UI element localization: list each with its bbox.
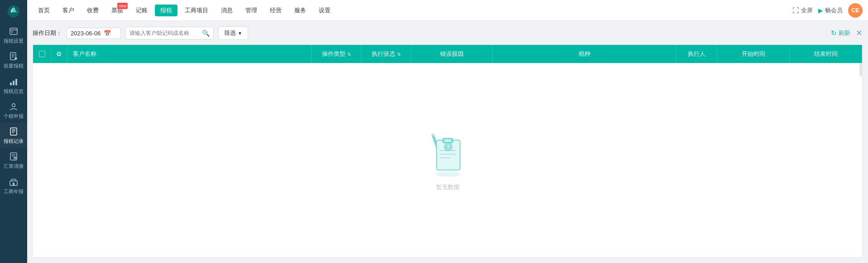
th-checkbox[interactable] [33,45,51,63]
member-btn[interactable]: ▶ 畅会员 [818,6,843,15]
th-tax-type: 税种 [493,45,676,63]
sidebar-item-gongshang-nianbao[interactable]: 工商年报 [0,173,27,198]
avatar[interactable]: CE [848,3,863,18]
nav-item-baoshui[interactable]: 报税 [155,5,177,16]
sidebar-item-piliang-baoshui[interactable]: 批量报税 [0,48,27,73]
baoshui-jilu-icon [9,127,19,136]
svg-text:!: ! [447,143,449,150]
member-label: 畅会员 [825,6,843,15]
table-header: ⚙ 客户名称 操作类型 ⇅ 执行状态 ⇅ 错误股因 [33,45,862,63]
nav-item-piaoju[interactable]: 票据 new [106,5,129,16]
content-area: 操作日期： 2023-06-06 📅 🔍 筛选 ▼ ↻ 刷新 [27,21,868,263]
table-container: ⚙ 客户名称 操作类型 ⇅ 执行状态 ⇅ 错误股因 [33,44,863,258]
main-area: 首页 客户 收费 票据 new 记账 报税 工商项目 消息 管理 经营 服务 设… [27,0,868,263]
nav-item-jizhang[interactable]: 记账 [130,5,153,16]
new-badge: new [117,3,128,9]
svg-rect-3 [11,31,13,33]
refresh-button[interactable]: ↻ 刷新 [831,29,850,37]
sidebar-item-huisuan-jiaona[interactable]: 汇算清缴 [0,148,27,173]
empty-text: 暂无数据 [436,183,460,191]
baoshui-zonglang-icon [9,77,19,87]
nav-right: ⛶ 全屏 ▶ 畅会员 CE [792,3,863,18]
svg-rect-11 [10,83,12,85]
svg-point-27 [435,171,460,177]
th-gear[interactable]: ⚙ [51,45,67,63]
calendar-icon: 📅 [104,30,111,37]
sidebar-label-baoshui-jilu: 报税记录 [4,138,24,144]
nav-items: 首页 客户 收费 票据 new 记账 报税 工商项目 消息 管理 经营 服务 设… [33,5,792,16]
empty-state: ! 暂无数据 [418,120,477,200]
chevron-down-icon: ▼ [238,31,242,36]
th-status[interactable]: 执行状态 ⇅ [361,45,411,63]
sidebar-label-baoshui-shezhi: 报税设置 [4,38,24,44]
svg-rect-15 [10,128,17,135]
nav-item-customer[interactable]: 客户 [57,5,80,16]
nav-item-xiaoxi[interactable]: 消息 [216,5,238,16]
nav-item-gongshang[interactable]: 工商项目 [179,5,214,16]
geshui-shenbao-icon [9,102,19,112]
svg-rect-26 [13,183,14,185]
table-body: ! 暂无数据 [33,63,862,257]
th-start-time: 开始时间 [717,45,790,63]
toolbar-right: ↻ 刷新 ✕ [831,29,863,37]
svg-rect-12 [13,81,14,85]
scroll-bar[interactable] [859,63,862,77]
sidebar-item-baoshui-jilu[interactable]: 报税记录 [0,123,27,148]
fullscreen-label: 全屏 [801,6,813,15]
toolbar: 操作日期： 2023-06-06 📅 🔍 筛选 ▼ ↻ 刷新 [33,26,863,40]
svg-rect-19 [10,153,17,160]
search-input[interactable] [126,28,198,39]
sidebar: 报税设置 批量报税 报税总览 [0,0,27,263]
svg-rect-13 [15,79,17,85]
search-button[interactable]: 🔍 [198,27,213,39]
filter-button[interactable]: 筛选 ▼ [218,26,248,40]
sidebar-label-baoshui-zonglang: 报税总览 [4,88,24,94]
sidebar-label-piliang-baoshui: 批量报税 [4,63,24,69]
th-name: 客户名称 [67,45,312,63]
nav-item-shezhi[interactable]: 设置 [313,5,336,16]
member-icon: ▶ [818,7,823,14]
gear-icon: ⚙ [56,50,62,58]
top-nav: 首页 客户 收费 票据 new 记账 报税 工商项目 消息 管理 经营 服务 设… [27,0,868,21]
date-input[interactable]: 2023-06-06 📅 [67,28,121,39]
svg-rect-1 [10,28,17,34]
date-label: 操作日期： [33,29,62,37]
nav-item-home[interactable]: 首页 [33,5,55,16]
date-value: 2023-06-06 [71,30,101,37]
huisuan-jiaona-icon [9,151,19,161]
refresh-icon: ↻ [831,29,837,37]
nav-item-guanli[interactable]: 管理 [240,5,263,16]
sidebar-label-gongshang-nianbao: 工商年报 [4,188,24,195]
nav-item-shoufei[interactable]: 收费 [82,5,104,16]
th-error: 错误股因 [411,45,493,63]
filter-label: 筛选 [224,29,236,37]
svg-rect-33 [444,139,451,142]
th-executor: 执行人 [676,45,717,63]
refresh-label: 刷新 [839,29,850,37]
baoshui-shezhi-icon [9,26,19,36]
fullscreen-icon: ⛶ [792,6,799,14]
nav-item-jingying[interactable]: 经营 [264,5,287,16]
close-button[interactable]: ✕ [856,29,863,37]
header-checkbox[interactable] [39,51,45,57]
sort-icon-status: ⇅ [397,52,401,57]
nav-item-fuwu[interactable]: 服务 [289,5,312,16]
sidebar-item-baoshui-zonglang[interactable]: 报税总览 [0,73,27,98]
th-end-time: 结束时间 [790,45,862,63]
search-box: 🔍 [125,27,214,39]
fullscreen-btn[interactable]: ⛶ 全屏 [792,6,813,15]
app-logo [0,0,27,23]
sort-icon-op: ⇅ [347,52,351,57]
sidebar-label-geshui-shenbao: 个税申报 [4,113,24,119]
sidebar-item-geshui-shenbao[interactable]: 个税申报 [0,98,27,123]
gongshang-nianbao-icon [9,177,19,187]
content-main: 操作日期： 2023-06-06 📅 🔍 筛选 ▼ ↻ 刷新 [27,21,868,263]
sidebar-label-huisuan-jiaona: 汇算清缴 [4,163,24,169]
th-op-type[interactable]: 操作类型 ⇅ [312,45,361,63]
piliang-baoshui-icon [9,51,19,61]
svg-point-14 [12,103,15,107]
empty-illustration: ! [427,129,468,179]
sidebar-item-baoshui-shezhi[interactable]: 报税设置 [0,23,27,48]
